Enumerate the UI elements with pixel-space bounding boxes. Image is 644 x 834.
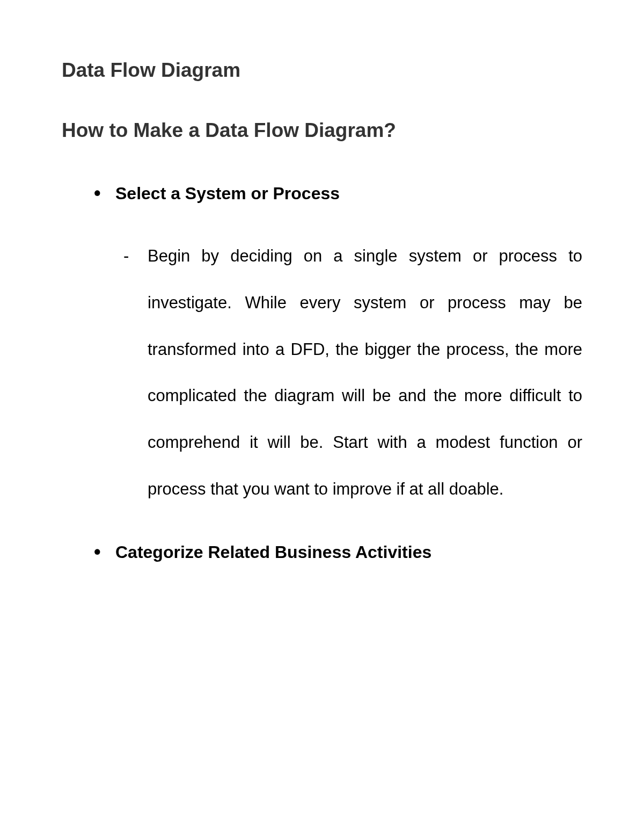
document-subtitle: How to Make a Data Flow Diagram?	[62, 119, 582, 142]
document-title: Data Flow Diagram	[62, 59, 582, 82]
list-item-heading: Categorize Related Business Activities	[94, 542, 582, 562]
list-item-heading: Select a System or Process	[94, 184, 582, 204]
main-list: Select a System or Process Begin by deci…	[62, 184, 582, 562]
list-item-body: Begin by deciding on a single system or …	[123, 233, 582, 513]
